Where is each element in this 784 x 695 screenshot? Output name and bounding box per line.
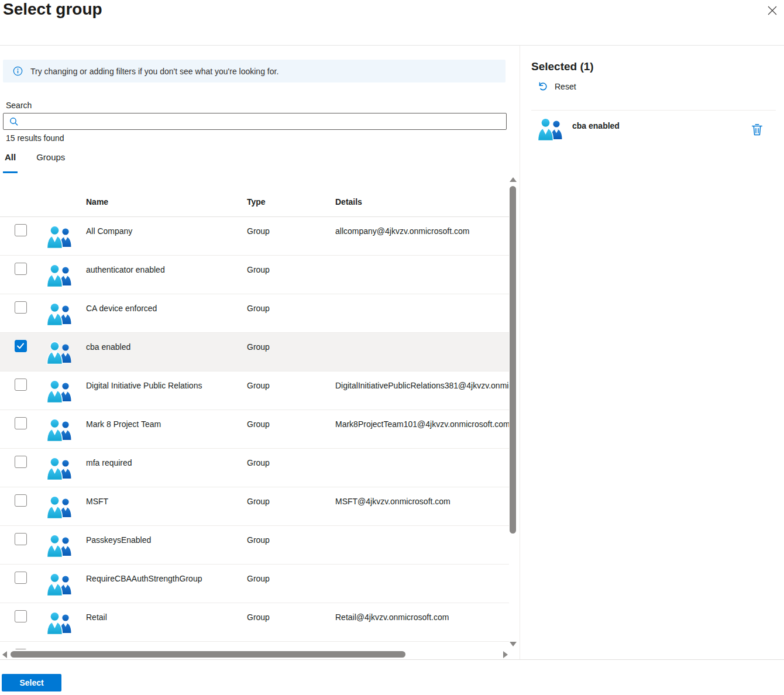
scroll-down-arrow-icon[interactable] [510, 642, 517, 646]
row-name: RequireCBAAuthStrengthGroup [86, 574, 243, 583]
table-row[interactable]: Retail Group Retail@4jkvzv.onmicrosoft.c… [0, 603, 509, 642]
row-checkbox[interactable] [15, 456, 27, 468]
table-header: Name Type Details [0, 176, 509, 217]
group-icon [46, 264, 73, 287]
row-type: Group [247, 497, 332, 506]
row-type: Group [247, 419, 332, 429]
column-header-name: Name [86, 197, 108, 207]
row-type: Group [247, 574, 332, 583]
search-icon [9, 117, 19, 126]
row-type: Group [247, 381, 332, 390]
group-icon [46, 418, 73, 442]
group-icon [46, 341, 73, 364]
group-icon [46, 302, 73, 326]
row-type: Group [247, 458, 332, 467]
row-name: mfa required [86, 458, 243, 467]
select-button[interactable]: Select [2, 674, 61, 691]
active-tab-underline [3, 171, 18, 173]
row-name: cba enabled [86, 342, 243, 352]
row-name: authenticator enabled [86, 265, 243, 274]
undo-icon [537, 81, 548, 92]
selected-panel-title: Selected (1) [531, 60, 594, 73]
table-row[interactable]: All Company Group allcompany@4jkvzv.onmi… [0, 217, 509, 256]
search-input[interactable] [22, 116, 506, 127]
close-icon[interactable] [765, 4, 779, 18]
row-type: Group [247, 613, 332, 622]
table-row[interactable]: mfa required Group [0, 449, 509, 487]
group-icon [46, 225, 73, 249]
tab-groups[interactable]: Groups [36, 152, 65, 168]
scroll-left-arrow-icon[interactable] [2, 651, 7, 658]
row-checkbox[interactable] [15, 533, 27, 545]
row-type: Group [247, 304, 332, 313]
tab-bar: All Groups [5, 152, 65, 168]
row-name: Digital Initiative Public Relations [86, 381, 243, 390]
group-icon [46, 573, 73, 596]
row-checkbox[interactable] [15, 572, 27, 584]
group-icon [46, 457, 73, 480]
row-details: DigitalInitiativePublicRelations381@4jkv… [335, 381, 509, 390]
group-icon [46, 380, 73, 403]
row-checkbox[interactable] [15, 379, 27, 391]
row-name: All Company [86, 226, 243, 236]
horizontal-scrollbar[interactable] [0, 650, 513, 659]
row-checkbox[interactable] [15, 340, 27, 352]
scroll-up-arrow-icon[interactable] [510, 177, 517, 182]
horizontal-scrollbar-thumb[interactable] [11, 651, 405, 658]
vertical-scrollbar-thumb[interactable] [510, 186, 516, 534]
row-checkbox[interactable] [15, 301, 27, 314]
page-title: Select group [3, 0, 102, 19]
group-icon [537, 118, 564, 141]
row-checkbox[interactable] [15, 224, 27, 236]
info-icon [13, 66, 23, 76]
table-row[interactable]: Mark 8 Project Team Group Mark8ProjectTe… [0, 410, 509, 449]
search-box [3, 113, 507, 130]
table-row[interactable]: PasskeysEnabled Group [0, 526, 509, 565]
results-count: 15 results found [6, 133, 64, 143]
header-divider [0, 45, 784, 46]
table-row[interactable]: cba enabled Group [0, 333, 509, 371]
row-name: MSFT [86, 497, 243, 506]
row-name: Mark 8 Project Team [86, 419, 243, 429]
row-name: Retail [86, 613, 243, 622]
row-details: MSFT@4jkvzv.onmicrosoft.com [335, 497, 509, 506]
row-checkbox[interactable] [15, 610, 27, 622]
row-name: PasskeysEnabled [86, 535, 243, 545]
table-row[interactable]: MSFT Group MSFT@4jkvzv.onmicrosoft.com [0, 487, 509, 526]
row-checkbox[interactable] [15, 417, 27, 429]
row-type: Group [247, 342, 332, 352]
vertical-scrollbar[interactable] [508, 176, 518, 649]
row-checkbox[interactable] [15, 649, 27, 649]
group-icon [46, 611, 73, 635]
row-type: Group [247, 265, 332, 274]
remove-selected-button[interactable] [751, 122, 764, 136]
column-header-type: Type [247, 197, 266, 207]
info-banner-text: Try changing or adding filters if you do… [30, 67, 278, 76]
table-row[interactable]: Digital Initiative Public Relations Grou… [0, 371, 509, 410]
table-row[interactable]: authenticator enabled Group [0, 256, 509, 294]
column-header-details: Details [335, 197, 362, 207]
table-row[interactable]: Sales and Marketing Group salesandmarket… [0, 642, 509, 649]
selected-item-name: cba enabled [572, 121, 620, 130]
table-row[interactable]: CA device enforced Group [0, 294, 509, 333]
scroll-right-arrow-icon[interactable] [503, 651, 508, 658]
search-label: Search [6, 101, 32, 110]
info-banner: Try changing or adding filters if you do… [3, 60, 506, 82]
reset-button[interactable]: Reset [537, 81, 576, 92]
tab-all[interactable]: All [5, 152, 16, 168]
row-checkbox[interactable] [15, 263, 27, 275]
row-type: Group [247, 535, 332, 545]
row-details: Retail@4jkvzv.onmicrosoft.com [335, 613, 509, 622]
panel-divider [520, 46, 520, 659]
row-checkbox[interactable] [15, 494, 27, 507]
row-type: Group [247, 226, 332, 236]
row-details: allcompany@4jkvzv.onmicrosoft.com [335, 226, 509, 236]
group-table: Name Type Details All Company Group allc… [0, 176, 509, 649]
table-rows: All Company Group allcompany@4jkvzv.onmi… [0, 217, 509, 649]
row-details: Mark8ProjectTeam101@4jkvzv.onmicrosoft.c… [335, 419, 509, 429]
footer-divider [0, 659, 784, 660]
selected-panel-divider [531, 110, 776, 111]
table-row[interactable]: RequireCBAAuthStrengthGroup Group [0, 565, 509, 603]
group-icon [46, 534, 73, 558]
row-name: CA device enforced [86, 304, 243, 313]
